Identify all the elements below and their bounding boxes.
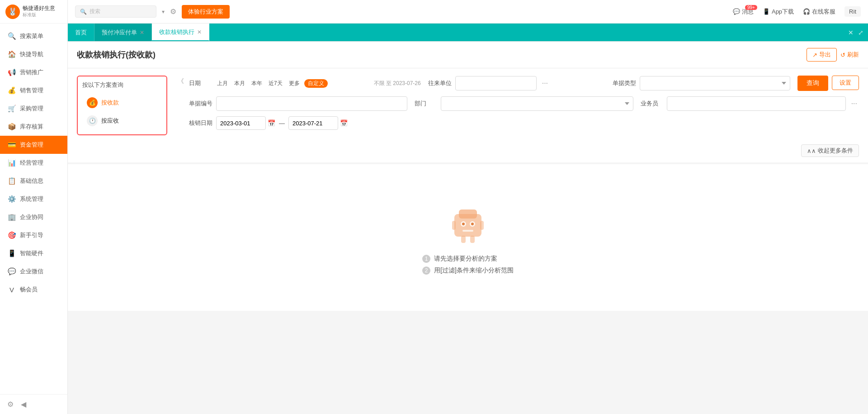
export-button[interactable]: ↗ 导出: [807, 48, 837, 62]
app-download-action[interactable]: 📱 App下载: [763, 8, 794, 16]
by-receivable-label: 按应收: [101, 117, 119, 125]
collapse-icon: ∧∧: [807, 148, 816, 154]
doc-num-label: 单据编号: [189, 100, 212, 108]
svg-rect-10: [470, 236, 475, 243]
tab-controls: ✕ ⤢: [844, 24, 868, 41]
writeoff-date-field: 核销日期 📅 — 📅: [189, 116, 859, 130]
tab-home[interactable]: 首页: [68, 24, 94, 41]
partner-label: 往来单位: [428, 79, 452, 87]
staff-dots-icon[interactable]: ···: [849, 100, 859, 108]
svg-rect-6: [462, 230, 473, 232]
topbar-chevron-icon[interactable]: ▾: [162, 9, 165, 15]
filter-left-panel: 按以下方案查询 💰 按收款 🕐 按应收: [77, 76, 167, 135]
sidebar-item-weixin[interactable]: 💬 企业微信: [0, 262, 67, 281]
marketing-icon: 📢: [7, 68, 16, 77]
tip-num-2: 2: [422, 266, 430, 275]
date-7days-btn[interactable]: 近7天: [267, 79, 284, 88]
sidebar-item-basic-info[interactable]: 📋 基础信息: [0, 172, 67, 190]
by-receipt-icon: 💰: [87, 97, 98, 108]
message-action[interactable]: 💬 消息 99+: [733, 8, 754, 16]
topbar-actions: 💬 消息 99+ 📱 App下载 🎧 在线客服 Rit: [733, 6, 861, 17]
date-field: 日期 上月 本月 本年 近7天 更多 自定义: [189, 79, 367, 88]
filter-option-by-receivable[interactable]: 🕐 按应收: [82, 112, 162, 130]
doc-num-input[interactable]: [216, 96, 407, 111]
filter-row-2: 单据编号 部门 业务员 ···: [189, 96, 859, 111]
dept-label: 部门: [415, 100, 437, 108]
sidebar-menu: 🔍 搜索菜单 🏠 快捷导航 📢 营销推广 💰 销售管理 🛒 采购管理 📦 库存核…: [0, 24, 67, 394]
sidebar-item-member[interactable]: V 畅会员: [0, 281, 67, 299]
purchase-icon: 🛒: [7, 104, 16, 113]
filter-form: 日期 上月 本月 本年 近7天 更多 自定义 不限 至 2023-07-26 往…: [189, 76, 859, 135]
sidebar-item-label: 畅会员: [20, 286, 38, 294]
doc-num-field: 单据编号: [189, 96, 407, 111]
sidebar-collapse-icon[interactable]: ◀: [21, 400, 26, 409]
refresh-button[interactable]: ↺ 刷新: [840, 51, 859, 59]
date-quick-group: 上月 本月 本年 近7天 更多 自定义: [215, 79, 328, 88]
app-download-label: App下载: [772, 8, 794, 16]
svg-rect-8: [480, 221, 484, 230]
tip-text-1: 请先选择要分析的方案: [434, 255, 497, 263]
date-label: 日期: [189, 79, 212, 87]
app-download-icon: 📱: [763, 8, 770, 15]
tab-writeoff-close-icon[interactable]: ✕: [197, 29, 202, 35]
writeoff-date-end-cal-icon[interactable]: 📅: [340, 119, 348, 127]
query-button[interactable]: 查询: [797, 76, 828, 91]
sidebar-item-search-menu[interactable]: 🔍 搜索菜单: [0, 27, 67, 45]
topbar-search[interactable]: 🔍 搜索: [75, 5, 156, 18]
user-name[interactable]: Rit: [844, 6, 861, 17]
sidebar-item-sales[interactable]: 💰 销售管理: [0, 81, 67, 100]
hardware-icon: 📱: [7, 249, 16, 258]
staff-input[interactable]: [667, 96, 846, 111]
partner-input[interactable]: [455, 76, 537, 90]
solution-button[interactable]: 体验行业方案: [182, 5, 230, 19]
doc-type-select[interactable]: [640, 76, 790, 90]
more-conditions-bar: ∧∧ 收起更多条件: [68, 143, 868, 162]
sidebar-item-enterprise[interactable]: 🏢 企业协同: [0, 208, 67, 226]
tab-home-label: 首页: [75, 29, 87, 37]
sidebar-item-guide[interactable]: 🎯 新手引导: [0, 226, 67, 244]
page-header-actions: ↗ 导出 ↺ 刷新: [807, 48, 859, 68]
filter-option-by-receipt[interactable]: 💰 按收款: [82, 94, 162, 112]
sidebar-item-system[interactable]: ⚙️ 系统管理: [0, 190, 67, 208]
export-label: 导出: [819, 51, 831, 59]
collapse-more-button[interactable]: ∧∧ 收起更多条件: [801, 144, 859, 157]
customer-service-action[interactable]: 🎧 在线客服: [803, 8, 835, 16]
date-more-btn[interactable]: 更多: [287, 79, 302, 88]
svg-rect-9: [461, 236, 466, 243]
message-icon: 💬: [733, 8, 740, 15]
sidebar-item-label: 基础信息: [20, 177, 43, 185]
filter-collapse-button[interactable]: 《: [176, 76, 185, 135]
sidebar: 🐰 畅捷通好生意 标准版 🔍 搜索菜单 🏠 快捷导航 📢 营销推广 💰 销售管理…: [0, 0, 68, 414]
service-label: 在线客服: [812, 8, 835, 16]
writeoff-date-start-cal-icon[interactable]: 📅: [268, 119, 275, 127]
date-this-year-btn[interactable]: 本年: [250, 79, 264, 88]
dept-select[interactable]: [441, 96, 633, 111]
sidebar-settings-icon[interactable]: ⚙: [7, 400, 14, 409]
sidebar-item-label: 销售管理: [20, 86, 43, 95]
tab-close-all-icon[interactable]: ✕: [848, 29, 854, 36]
writeoff-date-end-input[interactable]: [288, 116, 338, 130]
sidebar-item-finance[interactable]: 💳 资金管理: [0, 136, 67, 154]
tip-num-1: 1: [422, 255, 430, 263]
topbar-gear-icon[interactable]: ⚙: [170, 7, 176, 16]
sidebar-item-hardware[interactable]: 📱 智能硬件: [0, 244, 67, 262]
sidebar-item-operations[interactable]: 📊 经营管理: [0, 154, 67, 172]
tab-expand-icon[interactable]: ⤢: [858, 29, 863, 36]
sidebar-item-label: 采购管理: [20, 105, 43, 113]
tab-prepay-close-icon[interactable]: ✕: [140, 29, 144, 36]
tab-prepay[interactable]: 预付冲应付单 ✕: [94, 24, 152, 41]
settings-button[interactable]: 设置: [832, 76, 859, 90]
tip-text-2: 用[过滤]条件来缩小分析范围: [434, 266, 514, 275]
sidebar-item-marketing[interactable]: 📢 营销推广: [0, 63, 67, 81]
filter-left-title: 按以下方案查询: [82, 81, 162, 89]
sidebar-item-quick-nav[interactable]: 🏠 快捷导航: [0, 45, 67, 63]
writeoff-date-start-input[interactable]: [216, 116, 266, 130]
partner-dots-icon[interactable]: ···: [540, 79, 550, 87]
sidebar-item-inventory[interactable]: 📦 库存核算: [0, 118, 67, 136]
date-prev-month-btn[interactable]: 上月: [215, 79, 230, 88]
date-custom-badge[interactable]: 自定义: [304, 79, 328, 88]
sidebar-item-purchase[interactable]: 🛒 采购管理: [0, 100, 67, 118]
tab-receivable-writeoff[interactable]: 收款核销执行 ✕: [152, 24, 209, 41]
date-this-month-btn[interactable]: 本月: [232, 79, 247, 88]
tab-prepay-label: 预付冲应付单: [102, 29, 137, 37]
